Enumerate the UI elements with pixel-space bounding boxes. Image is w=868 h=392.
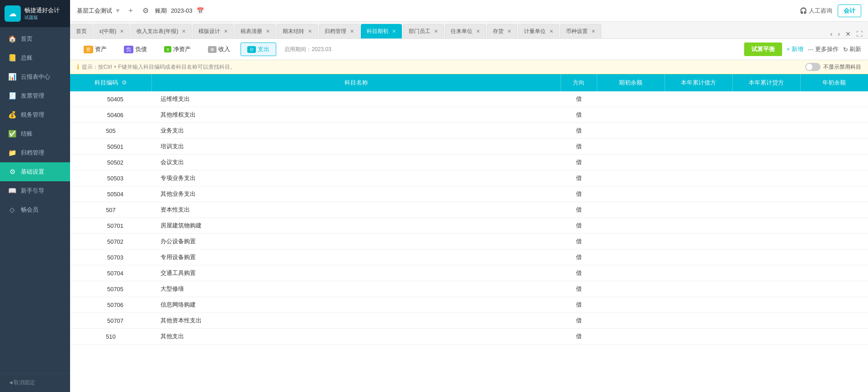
sidebar-item-reports[interactable]: 📊 云报表中心 <box>0 67 70 86</box>
table-row[interactable]: 510 其他支出 借 <box>70 329 868 345</box>
tab-close-icon[interactable]: ✕ <box>591 28 595 34</box>
col-header-deb: 本年累计借方 <box>665 74 732 91</box>
filter-tab-income[interactable]: ⊕ 收入 <box>201 43 237 56</box>
cell-cre <box>732 329 800 345</box>
refresh-button[interactable]: ↻ 刷新 <box>843 45 861 53</box>
tab-close-icon[interactable]: ✕ <box>392 28 396 34</box>
tab-partner[interactable]: 往来单位 ✕ <box>445 24 486 38</box>
cell-cre <box>732 218 800 234</box>
disable-toggle[interactable] <box>805 63 821 71</box>
period-label: 启用期间：2023.03 <box>284 46 331 53</box>
table-row[interactable]: 50503 专项业务支出 借 <box>70 170 868 186</box>
filter-tab-asset[interactable]: 资 资产 <box>77 43 113 56</box>
sidebar-item-archive[interactable]: 📁 归档管理 <box>0 143 70 162</box>
sidebar-item-invoice[interactable]: 🧾 发票管理 <box>0 86 70 105</box>
table-row[interactable]: 50706 信息网络购建 借 <box>70 297 868 313</box>
table-row[interactable]: 50501 培训支出 借 <box>70 139 868 155</box>
table-row[interactable]: 50504 其他业务支出 借 <box>70 186 868 202</box>
tab-scroll-right-icon[interactable]: › <box>836 29 842 38</box>
new-button[interactable]: + 新增 <box>787 45 803 53</box>
cell-bal <box>597 313 665 329</box>
table-row[interactable]: 50701 房屋建筑物购建 借 <box>70 218 868 234</box>
consult-button[interactable]: 🎧 人工咨询 <box>800 7 832 15</box>
tab-interim[interactable]: ε(中期) ✕ <box>94 24 130 38</box>
table-row[interactable]: 507 资本性支出 借 <box>70 202 868 218</box>
sidebar-item-home[interactable]: 🏠 首页 <box>0 29 70 48</box>
tab-close-icon[interactable]: ✕ <box>308 28 312 34</box>
cell-name: 房屋建筑物购建 <box>151 218 561 234</box>
tab-subject-init[interactable]: 科目期初 ✕ <box>361 24 402 38</box>
tab-close-icon[interactable]: ✕ <box>350 28 354 34</box>
sidebar-item-member[interactable]: ◇ 畅会员 <box>0 200 70 219</box>
tab-expand-icon[interactable]: ⛶ <box>854 29 864 38</box>
table-row[interactable]: 50704 交通工具购置 借 <box>70 265 868 281</box>
cell-cre <box>732 91 800 107</box>
tab-close-icon[interactable]: ✕ <box>434 28 438 34</box>
tab-unit[interactable]: 计量单位 ✕ <box>518 24 559 38</box>
col-header-dir: 方向 <box>561 74 597 91</box>
tab-archive[interactable]: 归档管理 ✕ <box>319 24 360 38</box>
tab-income[interactable]: 收入支出表(年报) ✕ <box>131 24 192 38</box>
sidebar-item-tax[interactable]: 💰 税务管理 <box>0 105 70 124</box>
settings-tab-icon[interactable]: ⚙ <box>141 6 151 15</box>
sidebar-item-settings[interactable]: ⚙ 基础设置 <box>0 162 70 181</box>
tab-close-icon[interactable]: ✕ <box>507 28 511 34</box>
tab-close-icon[interactable]: ✕ <box>182 28 186 34</box>
col-settings-icon[interactable]: ⚙ <box>122 79 127 86</box>
table-row[interactable]: 50702 办公设备购置 借 <box>70 234 868 250</box>
archive-icon: 📁 <box>8 149 16 157</box>
tab-currency[interactable]: 币种设置 ✕ <box>560 24 601 38</box>
table-row[interactable]: 50502 会议支出 借 <box>70 155 868 170</box>
cell-deb <box>665 234 732 250</box>
tab-close-all-icon[interactable]: ✕ <box>844 29 853 38</box>
tab-close-icon[interactable]: ✕ <box>120 28 124 34</box>
filter-tab-expense[interactable]: ⊙ 支出 <box>241 43 276 56</box>
cell-bal <box>597 297 665 313</box>
tab-dept[interactable]: 部门员工 ✕ <box>403 24 444 38</box>
table-row[interactable]: 50406 其他维权支出 借 <box>70 107 868 123</box>
cell-bal <box>597 281 665 297</box>
table-row[interactable]: 50705 大型修缮 借 <box>70 281 868 297</box>
tab-tax[interactable]: 税表清册 ✕ <box>235 24 276 38</box>
filter-tab-liability[interactable]: 负 负债 <box>117 43 154 56</box>
add-tab-icon[interactable]: ＋ <box>125 6 136 15</box>
accountant-button[interactable]: 会计 <box>838 5 861 17</box>
tab-close-icon[interactable]: ✕ <box>549 28 553 34</box>
cell-name: 运维维支出 <box>151 91 561 107</box>
table-row[interactable]: 50707 其他资本性支出 借 <box>70 313 868 329</box>
tab-period-end[interactable]: 期末结转 ✕ <box>277 24 318 38</box>
tab-scroll-left-icon[interactable]: ‹ <box>829 29 835 38</box>
cell-deb <box>665 329 732 345</box>
tab-close-icon[interactable]: ✕ <box>266 28 270 34</box>
cell-code: 50502 <box>70 155 151 170</box>
main-area: 基层工会测试 ▼ ＋ ⚙ 账期 2023-03 📅 🎧 人工咨询 会计 首页 ε… <box>70 0 868 392</box>
tab-home[interactable]: 首页 <box>70 24 93 38</box>
sidebar-collapse-button[interactable]: ◄取消固定 <box>0 373 70 392</box>
cell-cre <box>732 234 800 250</box>
cell-dir: 借 <box>561 265 597 281</box>
calc-balance-button[interactable]: 试算平衡 <box>744 43 782 56</box>
app-logo-text: 畅捷通好会计 试题版 <box>24 7 60 20</box>
company-selector[interactable]: 基层工会测试 ▼ <box>77 7 121 15</box>
cell-year <box>800 186 868 202</box>
table-row[interactable]: 50703 专用设备购置 借 <box>70 250 868 265</box>
tab-stock[interactable]: 存货 ✕ <box>487 24 517 38</box>
cell-dir: 借 <box>561 202 597 218</box>
table-row[interactable]: 505 业务支出 借 <box>70 123 868 139</box>
sidebar-item-settle[interactable]: ✅ 结账 <box>0 124 70 143</box>
filter-tab-net-asset[interactable]: ≡ 净资产 <box>157 43 198 56</box>
tab-close-icon[interactable]: ✕ <box>476 28 480 34</box>
disable-toggle-area: 不显示禁用科目 <box>805 63 861 71</box>
tab-template[interactable]: 模版设计 ✕ <box>193 24 234 38</box>
sidebar-item-guide[interactable]: 📖 新手引导 <box>0 181 70 200</box>
tab-close-icon[interactable]: ✕ <box>224 28 228 34</box>
table-row[interactable]: 50405 运维维支出 借 <box>70 91 868 107</box>
period-display: 账期 2023-03 📅 <box>155 7 204 15</box>
calendar-icon[interactable]: 📅 <box>197 7 204 14</box>
sidebar-item-ledger[interactable]: 📒 总账 <box>0 48 70 67</box>
cell-code: 50503 <box>70 170 151 186</box>
more-button[interactable]: ⋯ 更多操作 <box>808 45 839 53</box>
cell-code: 50406 <box>70 107 151 123</box>
cell-name: 专项业务支出 <box>151 170 561 186</box>
cell-deb <box>665 297 732 313</box>
